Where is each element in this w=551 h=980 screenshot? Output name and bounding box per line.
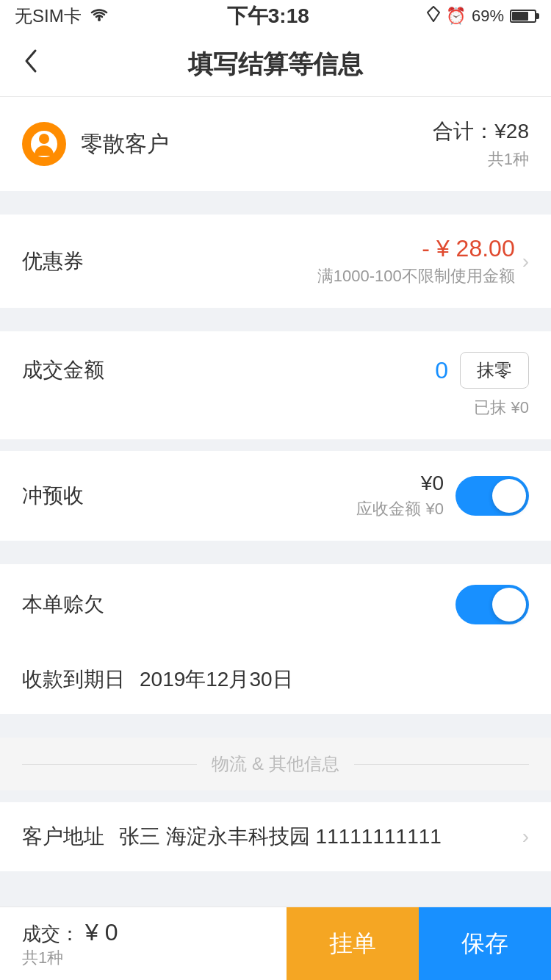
bottom-total-amount: ¥ 0: [85, 919, 118, 946]
content: 零散客户 合计：¥28 共1种 优惠券 - ¥ 28.00 满1000-100不…: [0, 97, 551, 945]
bottom-total-count: 共1种: [22, 947, 287, 969]
divider-label: 物流 & 其他信息: [197, 752, 353, 776]
total-count: 共1种: [433, 148, 529, 170]
debt-section: 本单赊欠: [0, 564, 551, 645]
status-bar-left: 无SIM卡: [15, 4, 109, 28]
location-icon: [427, 6, 440, 26]
bottom-bar: 成交： ¥ 0 共1种 挂单 保存: [0, 907, 551, 980]
transaction-amount: 0: [435, 357, 448, 384]
status-bar-time: 下午3:18: [227, 2, 309, 30]
battery-text: 69%: [472, 7, 504, 26]
round-zero-button[interactable]: 抹零: [460, 352, 529, 389]
already-rounded-text: 已抹 ¥0: [474, 398, 529, 417]
bottom-total: 成交： ¥ 0 共1种: [0, 919, 287, 969]
address-value: 张三 海淀永丰科技园 11111111111: [119, 823, 522, 851]
total-amount: 合计：¥28: [433, 118, 529, 145]
back-button[interactable]: [22, 48, 38, 81]
customer-name: 零散客户: [81, 129, 169, 159]
wifi-icon: [89, 6, 109, 26]
customer-section: 零散客户 合计：¥28 共1种: [0, 97, 551, 191]
save-button[interactable]: 保存: [419, 907, 551, 980]
customer-avatar: [22, 122, 66, 166]
svg-point-0: [98, 18, 101, 21]
alarm-icon: ⏰: [446, 7, 466, 26]
nav-bar: 填写结算等信息: [0, 32, 551, 97]
coupon-desc: 满1000-100不限制使用金额: [317, 265, 515, 287]
address-section[interactable]: 客户地址 张三 海淀永丰科技园 11111111111 ›: [0, 802, 551, 871]
bottom-total-label: 成交：: [22, 921, 79, 947]
address-chevron-icon: ›: [522, 825, 529, 849]
due-date-section: 收款到期日 2019年12月30日: [0, 645, 551, 714]
pre-receipt-toggle[interactable]: [455, 476, 529, 516]
receivable-amount: 应收金额 ¥0: [356, 498, 444, 520]
pending-button[interactable]: 挂单: [287, 907, 419, 980]
page-title: 填写结算等信息: [188, 48, 363, 82]
battery-icon: [510, 10, 536, 23]
coupon-label: 优惠券: [22, 248, 84, 275]
due-date-value: 2019年12月30日: [140, 666, 293, 693]
status-bar: 无SIM卡 下午3:18 ⏰ 69%: [0, 0, 551, 32]
pre-receipt-section: 冲预收 ¥0 应收金额 ¥0: [0, 451, 551, 541]
transaction-label: 成交金额: [22, 356, 104, 384]
pre-receipt-amount: ¥0: [356, 472, 444, 495]
chevron-right-icon: ›: [522, 250, 529, 273]
debt-label: 本单赊欠: [22, 591, 104, 619]
signal-text: 无SIM卡: [15, 4, 82, 28]
divider-section: 物流 & 其他信息: [0, 738, 551, 790]
coupon-discount: - ¥ 28.00: [317, 235, 515, 262]
address-label: 客户地址: [22, 823, 104, 851]
due-date-label: 收款到期日: [22, 666, 125, 693]
coupon-section[interactable]: 优惠券 - ¥ 28.00 满1000-100不限制使用金额 ›: [0, 215, 551, 308]
status-bar-right: ⏰ 69%: [427, 6, 536, 26]
transaction-section: 成交金额 0 抹零 已抹 ¥0: [0, 331, 551, 439]
pre-receipt-label: 冲预收: [22, 482, 84, 510]
debt-toggle[interactable]: [455, 585, 529, 624]
